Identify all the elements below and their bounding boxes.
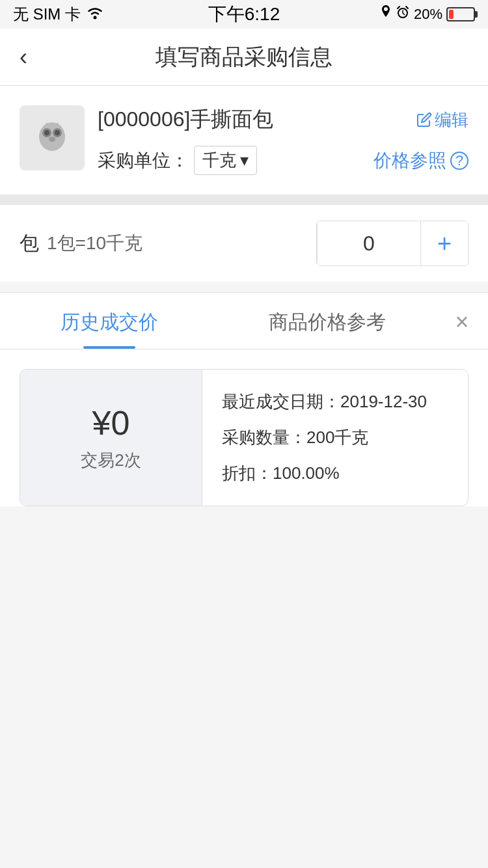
battery-icon bbox=[446, 7, 475, 21]
quantity-unit-info: 包 1包=10千克 bbox=[20, 230, 142, 257]
quantity-row: 包 1包=10千克 + bbox=[0, 205, 488, 282]
location-icon bbox=[380, 5, 392, 23]
tab-history-price-label: 历史成交价 bbox=[61, 311, 158, 332]
unit-select[interactable]: 千克 ▾ bbox=[194, 146, 257, 175]
quantity-unit-badge: 包 bbox=[20, 230, 39, 257]
product-unit-row: 采购单位： 千克 ▾ 价格参照 ? bbox=[98, 146, 468, 175]
product-thumbnail-icon bbox=[33, 116, 72, 161]
tab-history-price[interactable]: 历史成交价 bbox=[0, 293, 218, 349]
recent-date-label: 最近成交日期： bbox=[222, 392, 340, 411]
transaction-count: 交易2次 bbox=[81, 449, 141, 472]
svg-point-7 bbox=[49, 137, 55, 142]
tab-price-reference[interactable]: 商品价格参考 bbox=[218, 293, 436, 349]
svg-point-5 bbox=[44, 130, 49, 135]
purchase-qty-row: 采购数量：200千克 bbox=[222, 425, 448, 450]
product-name: [0000006]手撕面包 bbox=[98, 105, 273, 134]
page-title: 填写商品采购信息 bbox=[156, 42, 332, 72]
no-sim-text: 无 SIM 卡 bbox=[13, 4, 81, 25]
add-quantity-button[interactable]: + bbox=[421, 221, 468, 265]
unit-conversion-label: 1包=10千克 bbox=[47, 231, 142, 256]
battery-percent: 20% bbox=[414, 6, 442, 23]
product-card: [0000006]手撕面包 编辑 采购单位： 千克 ▾ 价格参照 ? bbox=[0, 86, 488, 195]
tabs-container: 历史成交价 商品价格参考 × bbox=[0, 293, 488, 349]
back-button[interactable]: ‹ bbox=[20, 44, 27, 71]
recent-date-row: 最近成交日期：2019-12-30 bbox=[222, 389, 448, 414]
product-image bbox=[20, 105, 85, 170]
unit-value: 千克 bbox=[202, 149, 236, 172]
unit-label: 采购单位： bbox=[98, 148, 189, 173]
discount-label: 折扣： bbox=[222, 463, 273, 483]
section-divider bbox=[0, 195, 488, 205]
svg-point-0 bbox=[94, 16, 97, 20]
status-left: 无 SIM 卡 bbox=[13, 4, 104, 25]
transaction-details: 最近成交日期：2019-12-30 采购数量：200千克 折扣：100.00% bbox=[202, 370, 468, 506]
price-ref-label: 价格参照 bbox=[373, 148, 446, 173]
transaction-summary: ¥0 交易2次 bbox=[20, 370, 202, 506]
transaction-card: ¥0 交易2次 最近成交日期：2019-12-30 采购数量：200千克 折扣：… bbox=[20, 369, 468, 506]
recent-date-value: 2019-12-30 bbox=[340, 392, 427, 411]
status-time: 下午6:12 bbox=[208, 2, 280, 27]
tab-price-reference-label: 商品价格参考 bbox=[269, 311, 386, 332]
status-bar: 无 SIM 卡 下午6:12 20% bbox=[0, 0, 488, 29]
price-reference-button[interactable]: 价格参照 ? bbox=[373, 148, 468, 173]
edit-label: 编辑 bbox=[435, 109, 468, 131]
product-header: [0000006]手撕面包 编辑 bbox=[98, 105, 468, 134]
dropdown-arrow-icon: ▾ bbox=[240, 150, 249, 170]
transaction-price: ¥0 bbox=[92, 403, 130, 442]
close-panel-button[interactable]: × bbox=[436, 293, 488, 349]
purchase-qty-value: 200千克 bbox=[306, 427, 368, 447]
quantity-controls: + bbox=[316, 221, 468, 266]
purchase-qty-label: 采购数量： bbox=[222, 427, 306, 447]
nav-bar: ‹ 填写商品采购信息 bbox=[0, 29, 488, 86]
alarm-icon bbox=[396, 5, 410, 23]
price-ref-help-icon: ? bbox=[450, 152, 468, 170]
wifi-icon bbox=[86, 5, 104, 23]
discount-value: 100.00% bbox=[273, 463, 340, 483]
product-details: [0000006]手撕面包 编辑 采购单位： 千克 ▾ 价格参照 ? bbox=[98, 105, 468, 175]
svg-point-6 bbox=[55, 130, 60, 135]
bottom-panel: 历史成交价 商品价格参考 × ¥0 交易2次 最近成交日期：2019-12-30… bbox=[0, 292, 488, 506]
discount-row: 折扣：100.00% bbox=[222, 461, 448, 486]
quantity-input[interactable] bbox=[317, 221, 421, 265]
edit-button[interactable]: 编辑 bbox=[416, 109, 468, 131]
tab-active-indicator bbox=[83, 346, 135, 349]
status-right: 20% bbox=[380, 5, 475, 23]
